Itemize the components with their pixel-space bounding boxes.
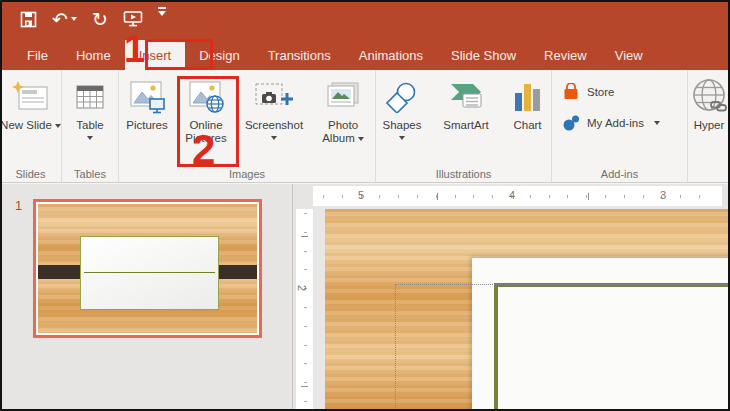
panel-divider[interactable] [292,184,293,411]
shapes-button[interactable]: Shapes [376,70,428,164]
screenshot-button[interactable]: Screenshot [237,70,311,164]
smartart-icon [447,82,485,112]
thumb-green-line [84,272,215,273]
photo-album-label: Photo Album [322,119,358,144]
dropdown-caret-icon [654,121,660,125]
chart-button[interactable]: Chart [504,70,551,164]
dropdown-caret-icon [55,124,61,128]
annotation-step-1: 1 [124,28,145,71]
group-slides: New Slide Slides [0,70,62,182]
tab-home[interactable]: Home [62,40,125,70]
redo-icon: ↻ [92,9,108,29]
group-links-partial: Hyper [688,70,730,182]
title-bar: ↶ ↻ [0,0,730,40]
undo-dropdown-caret-icon [71,17,77,21]
hyperlink-icon [689,78,729,116]
ruler-ticks [323,195,718,198]
group-label-tables: Tables [62,168,118,180]
hyperlink-button[interactable]: Hyper [688,70,730,132]
group-label-images: Images [119,168,375,180]
group-tables: Table Tables [62,70,119,182]
tab-file[interactable]: File [13,40,62,70]
ruler-half-tick [301,236,308,237]
pictures-icon [128,80,166,114]
new-slide-icon [12,81,50,113]
screenshot-label: Screenshot [245,119,303,131]
thumb-card [80,236,219,310]
slide-thumbnail-number: 1 [15,198,22,213]
tab-review[interactable]: Review [530,40,601,70]
group-illustrations: Shapes SmartArt [376,70,552,182]
shapes-label: Shapes [382,119,421,131]
ruler-half-tick [437,193,438,200]
tab-slideshow[interactable]: Slide Show [437,40,530,70]
annotation-box-insert [145,39,213,70]
group-images: Pictures Online Pictures [119,70,376,182]
chart-icon [514,82,542,112]
workspace: 1 5 4 3 2 [0,184,730,411]
table-icon [76,85,104,109]
smartart-button[interactable]: SmartArt [428,70,504,164]
annotation-step-2: 2 [192,126,215,174]
powerpoint-window: ↶ ↻ File Home Insert De [0,0,730,411]
text-placeholder[interactable] [395,284,728,409]
shapes-icon [386,81,418,113]
customize-qat-icon [158,7,166,9]
screenshot-icon [254,81,294,113]
slide-thumbnail-preview [38,204,257,333]
chart-label: Chart [513,119,541,131]
pictures-button[interactable]: Pictures [119,70,175,164]
slide-thumbnail[interactable] [33,199,262,338]
new-slide-button[interactable]: New Slide [0,70,61,164]
ruler-ticks [304,213,307,405]
ruler-half-tick [301,386,308,387]
table-label: Table [76,119,104,131]
tab-view[interactable]: View [601,40,657,70]
vertical-ruler: 2 [296,209,313,409]
my-addins-label: My Add-ins [587,117,644,129]
group-label-slides: Slides [0,168,61,180]
ruler-number: 3 [660,189,666,201]
ruler-number: 5 [358,189,364,201]
group-label-illustrations: Illustrations [376,168,551,180]
hyperlink-label: Hyper [694,119,725,131]
my-addins-button[interactable]: My Add-ins [562,114,660,132]
store-button[interactable]: Store [562,83,615,101]
undo-icon: ↶ [52,9,68,29]
dropdown-caret-icon [399,136,405,140]
customize-qat-button[interactable] [158,7,166,31]
dropdown-caret-icon [271,136,277,140]
dropdown-caret-icon [87,136,93,140]
group-label-addins: Add-ins [552,168,687,180]
ribbon: New Slide Slides Table [0,70,730,183]
tab-animations[interactable]: Animations [345,40,437,70]
photo-album-icon [325,81,361,113]
table-button[interactable]: Table [62,70,118,164]
store-label: Store [587,86,615,98]
pictures-label: Pictures [126,119,168,131]
undo-button[interactable]: ↶ [52,7,77,31]
my-addins-icon [562,114,580,132]
customize-qat-caret-icon [158,11,166,16]
horizontal-ruler: 5 4 3 [313,186,722,206]
ribbon-tab-bar: File Home Insert Design Transitions Anim… [0,40,730,70]
smartart-label: SmartArt [443,119,488,131]
dropdown-caret-icon [358,137,364,141]
redo-button[interactable]: ↻ [92,7,108,31]
new-slide-label: New Slide [0,119,52,131]
save-icon [20,11,37,28]
start-slideshow-icon [123,10,143,28]
tab-transitions[interactable]: Transitions [254,40,345,70]
ruler-half-tick [588,193,589,200]
save-button[interactable] [20,7,37,31]
ruler-number: 2 [296,285,308,291]
thumb-brown-bar-left [38,265,83,279]
photo-album-button[interactable]: Photo Album [311,70,375,164]
ruler-number: 4 [509,189,515,201]
slide-canvas[interactable] [314,206,728,409]
group-addins: Store My Add-ins Add-ins [552,70,688,182]
store-icon [562,83,580,101]
